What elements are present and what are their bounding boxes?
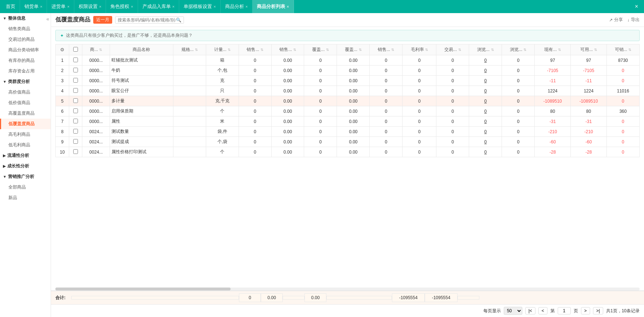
col-cover1[interactable]: 覆盖... ⇅ <box>304 44 337 55</box>
nav-purchase[interactable]: 进货单 × <box>47 0 74 13</box>
cell-browse1[interactable]: 0 <box>469 137 502 147</box>
sidebar-item-all-goods[interactable]: 全部商品 <box>0 182 51 193</box>
col-code[interactable]: 商... ⇅ <box>82 44 110 55</box>
horizontal-scrollbar[interactable] <box>55 288 640 290</box>
first-page-button[interactable]: |< <box>525 307 535 314</box>
sidebar-item-high-value[interactable]: 高价值商品 <box>0 87 51 98</box>
row-checkbox[interactable] <box>73 78 78 83</box>
nav-template-close[interactable]: × <box>213 4 216 9</box>
sidebar-item-category-rate[interactable]: 商品分类动销率 <box>0 45 51 55</box>
nav-product-analysis-close[interactable]: × <box>246 4 248 9</box>
next-page-button[interactable]: > <box>581 307 590 314</box>
nav-sales[interactable]: 销货单 × <box>20 0 47 13</box>
cell-checkbox[interactable] <box>69 147 82 157</box>
nav-product-entry-close[interactable]: × <box>172 4 174 9</box>
browse-link[interactable]: 0 <box>484 150 487 155</box>
browse-link[interactable]: 0 <box>484 129 487 134</box>
cell-browse1[interactable]: 0 <box>469 116 502 127</box>
browse-link[interactable]: 0 <box>484 88 487 94</box>
cell-browse1[interactable]: 0 <box>469 147 502 157</box>
cell-checkbox[interactable] <box>69 106 82 116</box>
nav-sales-close[interactable]: × <box>40 4 42 9</box>
cell-browse1[interactable]: 0 <box>469 55 502 66</box>
browse-link[interactable]: 0 <box>484 68 487 73</box>
sidebar-item-new-goods[interactable]: 新品 <box>0 193 51 203</box>
row-checkbox[interactable] <box>73 129 78 134</box>
nav-purchase-close[interactable]: × <box>67 4 69 9</box>
col-sales1[interactable]: 销售... ⇅ <box>239 44 271 55</box>
col-saleable[interactable]: 可销... ⇅ <box>606 44 639 55</box>
sidebar-item-low-coverage[interactable]: 低覆盖度商品 <box>0 119 51 129</box>
col-stock1[interactable]: 现有... ⇅ <box>535 44 571 55</box>
col-browse1[interactable]: 浏览... ⇅ <box>469 44 502 55</box>
page-number-input[interactable] <box>558 307 571 314</box>
row-checkbox[interactable] <box>73 149 78 154</box>
col-cover2[interactable]: 覆盖... ⇅ <box>337 44 370 55</box>
cell-checkbox[interactable] <box>69 66 82 76</box>
cell-browse1[interactable]: 0 <box>469 86 502 96</box>
browse-link[interactable]: 0 <box>484 139 487 144</box>
nav-role-auth-close[interactable]: × <box>131 4 133 9</box>
nav-role-auth[interactable]: 角色授权 × <box>106 0 138 13</box>
cell-browse1[interactable]: 0 <box>469 127 502 137</box>
select-all-checkbox[interactable] <box>73 47 78 52</box>
sidebar-group-circulation[interactable]: ▶ 流通性分析 <box>0 150 51 161</box>
col-spec[interactable]: 规格... ⇅ <box>173 44 206 55</box>
nav-template[interactable]: 单据模板设置 × <box>179 0 220 13</box>
cell-browse1[interactable]: 0 <box>469 66 502 76</box>
browse-link[interactable]: 0 <box>484 99 487 104</box>
col-margin[interactable]: 毛利率 ⇅ <box>402 44 436 55</box>
time-filter-button[interactable]: 近一月 <box>93 16 112 24</box>
cell-checkbox[interactable] <box>69 137 82 147</box>
sidebar-group-growth[interactable]: ▶ 成长性分析 <box>0 161 51 171</box>
sidebar-item-sales-goods[interactable]: 销售类商品 <box>0 24 51 34</box>
sidebar-item-stocked-goods[interactable]: 有库存的商品 <box>0 55 51 66</box>
col-browse2[interactable]: 浏览... ⇅ <box>502 44 535 55</box>
search-input[interactable] <box>118 17 176 23</box>
col-stock2[interactable]: 可用... ⇅ <box>571 44 607 55</box>
browse-link[interactable]: 0 <box>484 109 487 114</box>
sidebar-group-cluster[interactable]: ▼ 类群度分析 <box>0 76 51 87</box>
col-sales2[interactable]: 销售... ⇅ <box>271 44 304 55</box>
sidebar-item-traded-goods[interactable]: 交易过的商品 <box>0 34 51 45</box>
nav-product-entry[interactable]: 产成品入库单 × <box>138 0 179 13</box>
cell-checkbox[interactable] <box>69 96 82 106</box>
row-checkbox[interactable] <box>73 58 78 62</box>
cell-checkbox[interactable] <box>69 116 82 127</box>
browse-link[interactable]: 0 <box>484 119 487 124</box>
nav-product-analysis-list-close[interactable]: × <box>287 4 289 9</box>
browse-link[interactable]: 0 <box>484 58 487 63</box>
cell-checkbox[interactable] <box>69 127 82 137</box>
sidebar-item-capital-usage[interactable]: 库存资金占用 <box>0 66 51 76</box>
cell-browse1[interactable]: 0 <box>469 96 502 106</box>
scrollbar-thumb[interactable] <box>55 288 231 290</box>
search-icon[interactable]: 🔍 <box>176 17 181 23</box>
sidebar-item-low-margin[interactable]: 低毛利商品 <box>0 140 51 150</box>
sidebar-group-marketing[interactable]: ▼ 营销推广分析 <box>0 171 51 182</box>
row-checkbox[interactable] <box>73 88 78 93</box>
cell-checkbox[interactable] <box>69 55 82 66</box>
col-trans[interactable]: 交易... ⇅ <box>436 44 469 55</box>
col-unit[interactable]: 计量... ⇅ <box>206 44 239 55</box>
row-checkbox[interactable] <box>73 119 78 123</box>
share-button[interactable]: ↗ 分享 <box>609 17 623 23</box>
close-all-button[interactable]: × <box>631 3 643 10</box>
gear-icon[interactable]: ⚙ <box>60 47 64 52</box>
nav-home[interactable]: 首页 <box>1 0 20 13</box>
nav-product-analysis[interactable]: 商品分析 × <box>221 0 252 13</box>
per-page-select[interactable]: 50 100 200 <box>504 307 522 315</box>
nav-permissions-close[interactable]: × <box>99 4 101 9</box>
row-checkbox[interactable] <box>73 68 78 72</box>
sidebar-group-overall[interactable]: ▼ 整体信息 <box>0 13 51 24</box>
nav-permissions[interactable]: 权限设置 × <box>74 0 106 13</box>
table-area[interactable]: ⚙ 商... ⇅ 商品名称 规格... ⇅ 计量... ⇅ 销售... ⇅ 销售… <box>51 44 644 288</box>
cell-browse1[interactable]: 0 <box>469 106 502 116</box>
browse-link[interactable]: 0 <box>484 78 487 83</box>
col-sales3[interactable]: 销售... ⇅ <box>370 44 402 55</box>
nav-product-analysis-list[interactable]: 商品分析列表 × <box>252 0 294 13</box>
col-gear[interactable]: ⚙ <box>56 44 69 55</box>
row-checkbox[interactable] <box>73 139 78 144</box>
sidebar-item-low-value[interactable]: 低价值商品 <box>0 98 51 108</box>
row-checkbox[interactable] <box>73 108 78 113</box>
row-checkbox[interactable] <box>73 98 78 103</box>
